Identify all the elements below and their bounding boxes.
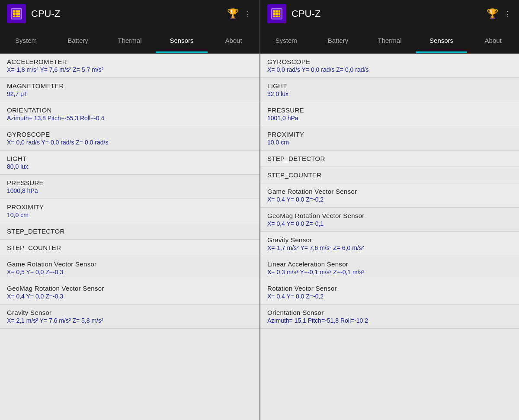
- sensor-value: X= 0,0 rad/s Y= 0,0 rad/s Z= 0,0 rad/s: [267, 66, 512, 73]
- sensor-value: X=-1,8 m/s² Y= 7,6 m/s² Z= 5,7 m/s²: [7, 66, 253, 73]
- svg-rect-15: [279, 10, 280, 13]
- sensor-value: 10,0 cm: [267, 139, 512, 146]
- sensor-name: Gravity Sensor: [267, 236, 512, 244]
- svg-rect-20: [276, 16, 278, 17]
- app-header-right: CPU-Z 🏆 ⋮: [260, 0, 519, 28]
- svg-rect-6: [16, 13, 18, 15]
- list-item: PROXIMITY10,0 cm: [260, 126, 519, 151]
- sensor-value: 92,7 μT: [7, 90, 253, 97]
- sensor-name: Game Rotation Vector Sensor: [267, 188, 512, 195]
- sensor-name: GeoMag Rotation Vector Sensor: [267, 212, 512, 219]
- svg-rect-2: [13, 10, 15, 13]
- svg-rect-5: [13, 13, 15, 15]
- list-item: PROXIMITY10,0 cm: [0, 199, 260, 223]
- sensor-name: Gravity Sensor: [7, 309, 253, 316]
- sensor-name: Orientation Sensor: [267, 309, 512, 316]
- list-item: GeoMag Rotation Vector SensorX= 0,4 Y= 0…: [260, 208, 519, 232]
- sensor-value: 80,0 lux: [7, 163, 253, 170]
- list-item: Linear Acceleration SensorX= 0,3 m/s² Y=…: [260, 256, 519, 280]
- sensor-name: STEP_DETECTOR: [267, 155, 512, 162]
- tab-system-right[interactable]: System: [260, 28, 312, 53]
- right-panel: CPU-Z 🏆 ⋮ System Battery Thermal Sensors…: [260, 0, 519, 420]
- sensor-name: ORIENTATION: [7, 106, 253, 114]
- sensor-list-right: GYROSCOPEX= 0,0 rad/s Y= 0,0 rad/s Z= 0,…: [260, 54, 519, 420]
- tab-system-left[interactable]: System: [0, 28, 52, 53]
- list-item: PRESSURE1001,0 hPa: [260, 102, 519, 126]
- tab-thermal-left[interactable]: Thermal: [104, 28, 156, 53]
- sensor-name: ACCELEROMETER: [7, 58, 253, 65]
- trophy-icon-left[interactable]: 🏆: [227, 8, 239, 19]
- svg-rect-21: [279, 16, 280, 17]
- list-item: LIGHT80,0 lux: [0, 151, 260, 175]
- tab-battery-right[interactable]: Battery: [312, 28, 364, 53]
- sensor-value: X=-1,7 m/s² Y= 7,6 m/s² Z= 6,0 m/s²: [267, 244, 512, 251]
- list-item: STEP_DETECTOR: [0, 223, 260, 240]
- svg-rect-3: [16, 10, 18, 13]
- list-item: Orientation SensorAzimuth= 15,1 Pitch=-5…: [260, 305, 519, 329]
- sensor-value: Azimuth= 15,1 Pitch=-51,8 Roll=-10,2: [267, 317, 512, 324]
- svg-rect-16: [273, 13, 276, 15]
- svg-rect-14: [276, 10, 278, 13]
- sensor-name: STEP_COUNTER: [7, 244, 253, 251]
- sensor-name: PRESSURE: [267, 106, 512, 114]
- sensor-value: X= 0,4 Y= 0,0 Z=-0,1: [267, 220, 512, 227]
- list-item: LIGHT32,0 lux: [260, 78, 519, 102]
- sensor-value: X= 0,4 Y= 0,0 Z=-0,2: [267, 293, 512, 300]
- list-item: ORIENTATIONAzimuth= 13,8 Pitch=-55,3 Rol…: [0, 102, 260, 126]
- list-item: GeoMag Rotation Vector SensorX= 0,4 Y= 0…: [0, 280, 260, 305]
- sensor-value: 1001,0 hPa: [267, 115, 512, 122]
- sensor-value: 10,0 cm: [7, 212, 253, 218]
- svg-rect-18: [279, 13, 280, 15]
- svg-rect-17: [276, 13, 278, 15]
- sensor-name: STEP_DETECTOR: [7, 228, 253, 235]
- trophy-icon-right[interactable]: 🏆: [487, 8, 498, 19]
- svg-rect-9: [16, 16, 18, 17]
- svg-rect-4: [18, 10, 20, 13]
- list-item: GYROSCOPEX= 0,0 rad/s Y= 0,0 rad/s Z= 0,…: [260, 54, 519, 78]
- sensor-value: X= 0,0 rad/s Y= 0,0 rad/s Z= 0,0 rad/s: [7, 139, 253, 146]
- sensor-name: LIGHT: [267, 82, 512, 90]
- tab-sensors-right[interactable]: Sensors: [416, 28, 468, 53]
- list-item: GYROSCOPEX= 0,0 rad/s Y= 0,0 rad/s Z= 0,…: [0, 126, 260, 151]
- tab-bar-left: System Battery Thermal Sensors About: [0, 28, 260, 54]
- app-icon-right: [267, 4, 286, 23]
- list-item: Game Rotation Vector SensorX= 0,4 Y= 0,0…: [260, 183, 519, 208]
- sensor-value: X= 0,4 Y= 0,0 Z=-0,2: [267, 196, 512, 203]
- app-header-left: CPU-Z 🏆 ⋮: [0, 0, 260, 28]
- sensor-name: Game Rotation Vector Sensor: [7, 260, 253, 268]
- tab-about-left[interactable]: About: [208, 28, 260, 53]
- sensor-name: PROXIMITY: [267, 131, 512, 138]
- sensor-name: MAGNETOMETER: [7, 82, 253, 90]
- sensor-value: Azimuth= 13,8 Pitch=-55,3 Roll=-0,4: [7, 115, 253, 122]
- sensor-name: GYROSCOPE: [7, 131, 253, 138]
- svg-rect-8: [13, 16, 15, 17]
- list-item: STEP_COUNTER: [0, 240, 260, 256]
- tab-thermal-right[interactable]: Thermal: [364, 28, 416, 53]
- list-item: Gravity SensorX= 2,1 m/s² Y= 7,6 m/s² Z=…: [0, 305, 260, 329]
- menu-icon-right[interactable]: ⋮: [503, 9, 512, 19]
- list-item: PRESSURE1000,8 hPa: [0, 175, 260, 199]
- left-panel: CPU-Z 🏆 ⋮ System Battery Thermal Sensors…: [0, 0, 260, 420]
- tab-battery-left[interactable]: Battery: [52, 28, 104, 53]
- svg-rect-7: [18, 13, 20, 15]
- sensor-name: Linear Acceleration Sensor: [267, 260, 512, 268]
- sensor-value: X= 0,5 Y= 0,0 Z=-0,3: [7, 269, 253, 276]
- sensor-value: 1000,8 hPa: [7, 187, 253, 194]
- list-item: STEP_COUNTER: [260, 167, 519, 183]
- sensor-value: 32,0 lux: [267, 90, 512, 97]
- list-item: ACCELEROMETERX=-1,8 m/s² Y= 7,6 m/s² Z= …: [0, 54, 260, 78]
- app-icon-left: [7, 4, 26, 23]
- sensor-name: GYROSCOPE: [267, 58, 512, 65]
- list-item: Rotation Vector SensorX= 0,4 Y= 0,0 Z=-0…: [260, 280, 519, 305]
- sensor-name: PROXIMITY: [7, 203, 253, 211]
- tab-sensors-left[interactable]: Sensors: [156, 28, 208, 53]
- sensor-name: STEP_COUNTER: [267, 171, 512, 179]
- svg-rect-19: [273, 16, 276, 17]
- sensor-value: X= 0,4 Y= 0,0 Z=-0,3: [7, 293, 253, 300]
- sensor-name: Rotation Vector Sensor: [267, 285, 512, 292]
- list-item: Gravity SensorX=-1,7 m/s² Y= 7,6 m/s² Z=…: [260, 232, 519, 256]
- list-item: Game Rotation Vector SensorX= 0,5 Y= 0,0…: [0, 256, 260, 280]
- app-title-right: CPU-Z: [292, 8, 481, 19]
- menu-icon-left[interactable]: ⋮: [244, 9, 253, 19]
- tab-about-right[interactable]: About: [467, 28, 519, 53]
